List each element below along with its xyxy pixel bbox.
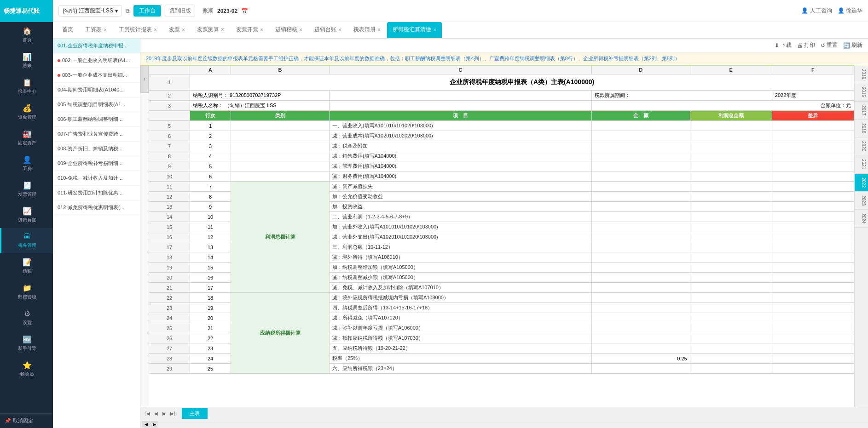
col-header-lirunzongquane: 利润总全额 bbox=[690, 111, 772, 121]
sidebar-item-结账[interactable]: 📝结账 bbox=[0, 253, 53, 279]
year-nav: 201920162017201820202021202220232024 bbox=[854, 65, 868, 407]
table-row: 51一、营业收入(填写A101010\101020\103000) bbox=[149, 121, 854, 131]
tab-close-icon[interactable]: × bbox=[299, 27, 302, 33]
user-info: 👤 徐连华 bbox=[838, 7, 862, 15]
warning-bar: 2019年度步及取以前年度连续数据的申报表单元格需要手工维护正确，才能保证本年及… bbox=[140, 52, 868, 65]
year-item-2019[interactable]: 2019 bbox=[855, 65, 868, 83]
sidebar-item-首页[interactable]: 🏠首页 bbox=[0, 22, 53, 48]
tab-close-icon[interactable]: × bbox=[260, 27, 263, 33]
left-item-006-职工薪酬纳税[interactable]: 006-职工薪酬纳税调整明细... bbox=[53, 112, 140, 127]
sheet-nav-first[interactable]: |◀ bbox=[144, 410, 151, 417]
bottom-scrollbar[interactable]: ◀ ▶ bbox=[140, 420, 868, 428]
download-button[interactable]: ⬇ 下载 bbox=[775, 41, 792, 49]
left-item-005-纳税调整项目[interactable]: 005-纳税调整项目明细表(A1... bbox=[53, 97, 140, 112]
tab-close-icon[interactable]: × bbox=[221, 27, 224, 33]
col-header-d: D bbox=[591, 66, 690, 74]
year-item-2017[interactable]: 2017 bbox=[855, 102, 868, 120]
left-item-011-研发费用加计[interactable]: 011-研发费用加计扣除优惠... bbox=[53, 186, 140, 200]
sheet-nav-prev[interactable]: ◀ bbox=[152, 410, 160, 417]
year-item-2020[interactable]: 2020 bbox=[855, 137, 868, 155]
left-item-008-资产折旧、摊[interactable]: 008-资产折旧、摊销及纳税... bbox=[53, 142, 140, 156]
unpin-button[interactable]: 📌 取消固定 bbox=[0, 414, 53, 428]
left-item-003-一般企业成本[interactable]: 003-一般企业成本支出明细... bbox=[53, 68, 140, 83]
sheet-nav-last[interactable]: ▶| bbox=[169, 410, 176, 417]
tab-所得税汇算清缴[interactable]: 所得税汇算清缴 × bbox=[387, 22, 442, 38]
left-panel: 001-企业所得税年度纳税申报...002-一般企业收入明细表(A1...003… bbox=[53, 39, 140, 428]
calendar-icon[interactable]: 📅 bbox=[241, 8, 248, 14]
tab-首页[interactable]: 首页 bbox=[57, 22, 79, 38]
tab-税表清册[interactable]: 税表清册 × bbox=[348, 22, 386, 38]
copy-icon[interactable]: ⧉ bbox=[126, 8, 130, 14]
sheet-nav: |◀ ◀ ▶ ▶| bbox=[144, 410, 176, 417]
table-row: 2218应纳税所得额计算减：境外应税所得税抵减境内亏损（填写A108000） bbox=[149, 293, 854, 303]
tab-close-icon[interactable]: × bbox=[377, 27, 381, 33]
scroll-left[interactable]: ◀ bbox=[142, 421, 150, 428]
col-header-a: A bbox=[190, 66, 231, 74]
topbar: (勾销) 江西服宝-LSS ▾ ⧉ 工作台 切到旧版 账期 2023-02 📅 … bbox=[53, 0, 868, 22]
left-item-007-广告费和业务[interactable]: 007-广告费和业务宣传费跨... bbox=[53, 127, 140, 142]
sidebar-item-总账[interactable]: 📊总账 bbox=[0, 48, 53, 74]
sheet-tab-main[interactable]: 主表 bbox=[182, 408, 208, 419]
left-item-004-期间费用明细[interactable]: 004-期间费用明细表(A1040... bbox=[53, 83, 140, 97]
tab-close-icon[interactable]: × bbox=[433, 27, 436, 33]
tab-工资统计报表[interactable]: 工资统计报表 × bbox=[113, 22, 162, 38]
workbench-button[interactable]: 工作台 bbox=[133, 5, 161, 17]
topbar-right: 👤 人工咨询 👤 徐连华 bbox=[801, 7, 862, 15]
table-row: 73减：税金及附加 bbox=[149, 141, 854, 151]
sidebar-item-税务管理[interactable]: 🏛税务管理 bbox=[0, 228, 53, 253]
table-row: 62减：营业成本(填写A102010\102020\103000) bbox=[149, 131, 854, 141]
scroll-arrows: ◀ ▶ bbox=[142, 421, 158, 428]
year-item-2021[interactable]: 2021 bbox=[855, 155, 868, 173]
left-item-009-企业所得税补[interactable]: 009-企业所得税补亏损明细... bbox=[53, 156, 140, 171]
sidebar-item-发票管理[interactable]: 🧾发票管理 bbox=[0, 177, 53, 202]
row-num: 1 bbox=[149, 74, 190, 91]
sidebar-item-畅会员[interactable]: ⭐畅会员 bbox=[0, 356, 53, 382]
reset-button[interactable]: ↺ 重置 bbox=[821, 41, 838, 49]
year-item-2023[interactable]: 2023 bbox=[855, 192, 868, 210]
consult-button[interactable]: 👤 人工咨询 bbox=[801, 7, 832, 15]
sheet-main[interactable]: A B C D E F 1企业所得税年度纳税申报表（A类）主表(A100000)… bbox=[149, 65, 854, 407]
col-header-rownum bbox=[149, 66, 190, 74]
print-button[interactable]: 🖨 打印 bbox=[797, 41, 815, 49]
company-selector[interactable]: (勾销) 江西服宝-LSS ▾ bbox=[58, 5, 122, 17]
col-header-chayi: 差异 bbox=[772, 111, 854, 121]
col-header-e: E bbox=[690, 66, 772, 74]
tab-close-icon[interactable]: × bbox=[154, 27, 157, 33]
year-item-2024[interactable]: 2024 bbox=[855, 210, 868, 228]
tab-发票测算[interactable]: 发票测算 × bbox=[191, 22, 230, 38]
tab-进销台账[interactable]: 进销台账 × bbox=[309, 22, 347, 38]
collapse-button[interactable]: ‹ bbox=[140, 65, 149, 93]
scroll-right[interactable]: ▶ bbox=[150, 421, 158, 428]
switch-version-button[interactable]: 切到旧版 bbox=[165, 5, 195, 17]
sidebar-item-报表中心[interactable]: 📋报表中心 bbox=[0, 74, 53, 99]
company-name: 纳税人名称： （勾销）江西服宝-LSS bbox=[190, 101, 330, 111]
col-header-hangci: 行次 bbox=[190, 111, 231, 121]
refresh-button[interactable]: 🔄 刷新 bbox=[843, 41, 862, 49]
tab-close-icon[interactable]: × bbox=[104, 27, 107, 33]
tab-close-icon[interactable]: × bbox=[338, 27, 341, 33]
tab-工资表[interactable]: 工资表 × bbox=[80, 22, 112, 38]
sidebar-item-设置[interactable]: ⚙设置 bbox=[0, 305, 53, 331]
left-item-010-免税、减计收[interactable]: 010-免税、减计收入及加计... bbox=[53, 171, 140, 186]
tab-发票开票[interactable]: 发票开票 × bbox=[231, 22, 269, 38]
tab-发票[interactable]: 发票 × bbox=[163, 22, 191, 38]
year-item-2016[interactable]: 2016 bbox=[855, 83, 868, 101]
col-header-c: C bbox=[329, 66, 591, 74]
print-icon: 🖨 bbox=[797, 42, 803, 49]
table-row: 84减：销售费用(填写A104000) bbox=[149, 151, 854, 161]
left-item-002-一般企业收入[interactable]: 002-一般企业收入明细表(A1... bbox=[53, 53, 140, 68]
sheet-nav-next[interactable]: ▶ bbox=[161, 410, 168, 417]
period-value: 2023-02 bbox=[217, 8, 237, 14]
sidebar-item-进销台账[interactable]: 📈进销台账 bbox=[0, 202, 53, 228]
sidebar-item-工资[interactable]: 👤工资 bbox=[0, 151, 53, 177]
year-item-2018[interactable]: 2018 bbox=[855, 120, 868, 137]
sidebar-item-固定资产[interactable]: 🏭固定资产 bbox=[0, 125, 53, 151]
left-item-001-企业所得税年[interactable]: 001-企业所得税年度纳税申报... bbox=[53, 39, 140, 53]
left-item-012-减免所得税优[interactable]: 012-减免所得税优惠明细表(... bbox=[53, 200, 140, 215]
year-item-2022[interactable]: 2022 bbox=[855, 174, 868, 192]
tab-进销稽核[interactable]: 进销稽核 × bbox=[270, 22, 308, 38]
sidebar-item-新手引导[interactable]: 🆕新手引导 bbox=[0, 331, 53, 356]
sidebar-item-归档管理[interactable]: 📁归档管理 bbox=[0, 279, 53, 305]
tab-close-icon[interactable]: × bbox=[182, 27, 185, 33]
sidebar-item-资金管理[interactable]: 💰资金管理 bbox=[0, 99, 53, 125]
